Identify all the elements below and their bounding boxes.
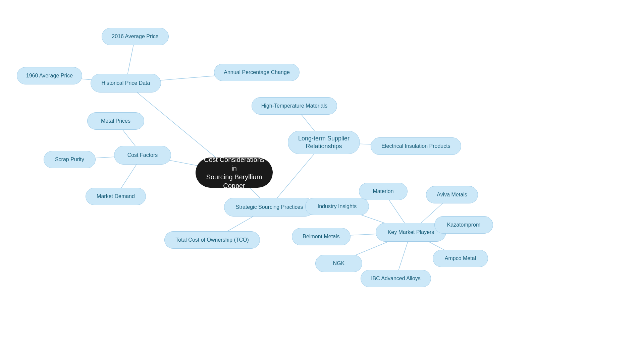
- node-label-strategicSourcing: Strategic Sourcing Practices: [236, 204, 303, 211]
- node-longTerm[interactable]: Long-term SupplierRelationships: [288, 131, 360, 154]
- node-label-electricalInsulation: Electrical Insulation Products: [381, 143, 450, 150]
- node-electricalInsulation[interactable]: Electrical Insulation Products: [371, 137, 461, 155]
- node-label-kazatomprom: Kazatomprom: [447, 222, 481, 229]
- node-label-highTemp: High-Temperature Materials: [261, 103, 327, 110]
- node-label-historicalPrice: Historical Price Data: [102, 80, 150, 87]
- node-label-ibcAdvanced: IBC Advanced Alloys: [371, 275, 421, 282]
- node-label-totalCost: Total Cost of Ownership (TCO): [175, 237, 249, 244]
- node-avivaMetals[interactable]: Aviva Metals: [426, 186, 478, 203]
- node-center[interactable]: Cost Considerations inSourcing Beryllium…: [196, 158, 273, 188]
- node-label-longTerm: Long-term SupplierRelationships: [298, 135, 350, 150]
- node-ngk[interactable]: NGK: [315, 255, 362, 272]
- node-scrapPurity[interactable]: Scrap Purity: [44, 151, 96, 168]
- node-annualChange[interactable]: Annual Percentage Change: [214, 64, 300, 81]
- node-label-materion: Materion: [373, 188, 393, 195]
- node-highTemp[interactable]: High-Temperature Materials: [252, 97, 337, 115]
- node-price1960[interactable]: 1960 Average Price: [17, 67, 82, 84]
- node-ampcoMetal[interactable]: Ampco Metal: [433, 250, 488, 267]
- node-belmontMetals[interactable]: Belmont Metals: [292, 228, 351, 245]
- node-materion[interactable]: Materion: [359, 183, 408, 200]
- node-kazatomprom[interactable]: Kazatomprom: [434, 216, 493, 234]
- node-label-annualChange: Annual Percentage Change: [224, 69, 290, 76]
- node-industryInsights[interactable]: Industry Insights: [305, 198, 369, 215]
- node-totalCost[interactable]: Total Cost of Ownership (TCO): [164, 231, 260, 249]
- node-label-center: Cost Considerations inSourcing Beryllium…: [202, 155, 266, 190]
- node-label-costFactors: Cost Factors: [127, 152, 158, 159]
- node-label-avivaMetals: Aviva Metals: [437, 191, 467, 198]
- node-historicalPrice[interactable]: Historical Price Data: [91, 74, 161, 93]
- node-strategicSourcing[interactable]: Strategic Sourcing Practices: [224, 198, 315, 217]
- node-label-marketDemand: Market Demand: [97, 193, 135, 200]
- node-label-scrapPurity: Scrap Purity: [55, 156, 84, 163]
- node-label-metalPrices: Metal Prices: [101, 118, 130, 125]
- node-marketDemand[interactable]: Market Demand: [86, 188, 146, 205]
- node-label-price1960: 1960 Average Price: [26, 72, 73, 79]
- node-costFactors[interactable]: Cost Factors: [114, 146, 171, 165]
- node-label-ampcoMetal: Ampco Metal: [445, 255, 476, 262]
- node-metalPrices[interactable]: Metal Prices: [87, 112, 144, 130]
- node-label-keyMarketPlayers: Key Market Players: [388, 229, 434, 236]
- node-ibcAdvanced[interactable]: IBC Advanced Alloys: [361, 270, 431, 287]
- node-price2016[interactable]: 2016 Average Price: [102, 28, 169, 45]
- node-label-industryInsights: Industry Insights: [318, 203, 357, 210]
- node-label-belmontMetals: Belmont Metals: [303, 233, 339, 240]
- node-label-ngk: NGK: [333, 260, 345, 267]
- node-label-price2016: 2016 Average Price: [112, 33, 158, 40]
